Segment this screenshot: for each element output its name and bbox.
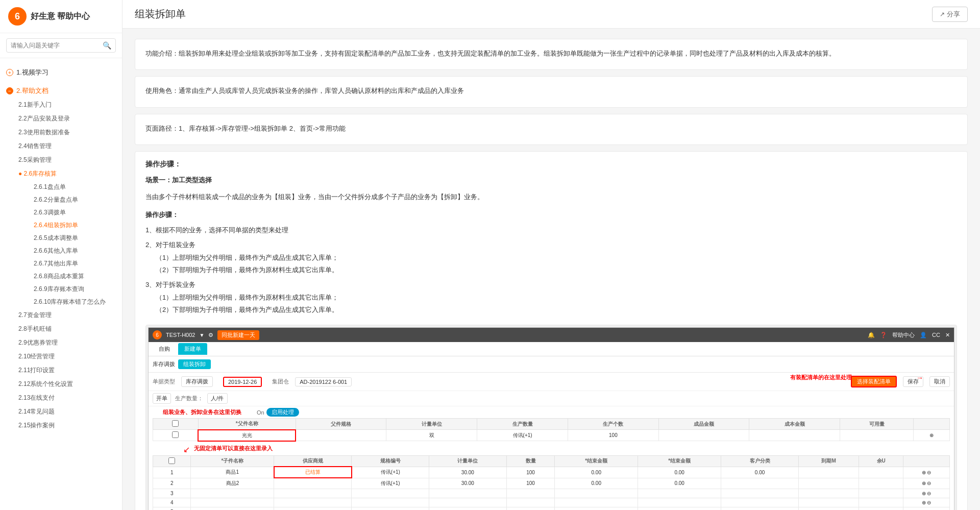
logo-area: 6 好生意 帮助中心 <box>0 0 122 33</box>
sidebar-item-2-12[interactable]: 2.12系统个性化设置 <box>16 377 116 391</box>
ss-cth-specno: 规格编号 <box>352 455 429 467</box>
ss-type-value: 库存调拨 <box>181 376 213 387</box>
nav-section-1: + 1.视频学习 <box>0 62 122 81</box>
sidebar-item-2-6-2[interactable]: 2.6.2分量盘点单 <box>27 193 116 206</box>
ss-no-label: 集团仓 <box>272 378 289 385</box>
ss-th-fcost: 成本金额 <box>749 419 840 430</box>
search-input[interactable] <box>11 42 103 49</box>
ss-row-check[interactable] <box>172 431 179 438</box>
ss-assemble-btn: 组装拆卸 <box>178 359 211 369</box>
ss-th-fprice: 成品金额 <box>658 419 749 430</box>
sidebar-item-2-6-10[interactable]: 2.6.10库存账本错了怎么办 <box>27 296 116 308</box>
search-area: 🔍 <box>0 33 122 58</box>
ss-topbar: 6 TEST-H002 ▼ ⚙ 同批新建一天 🔔 ❓ 帮助中心 👤 <box>149 328 954 342</box>
sidebar-item-video[interactable]: + 1.视频学习 <box>6 65 116 80</box>
ss-th-favail: 可用量 <box>840 419 914 430</box>
ss-topbar-id: TEST-H002 <box>166 332 195 338</box>
sidebar-item-2-6-8[interactable]: 2.6.8商品成本重算 <box>27 270 116 283</box>
nav-section-2: − 2.帮助文档 2.1新手入门 2.2产品安装及登录 2.3使用前数据准备 2… <box>0 81 122 433</box>
ss-tab-1: 自购 <box>153 343 176 355</box>
ss-cth-exp: 到期M <box>798 455 859 467</box>
ss-th-fproqty: 生产数量 <box>477 419 568 430</box>
ss-arrow-right: → <box>916 374 923 382</box>
ss-tabs: 自购 新建单 <box>149 342 954 356</box>
ss-confirm-btn: 开单 <box>153 393 171 404</box>
ops-section: 操作步骤： 场景一：加工类型选择 当由多个子件材料组装成一个成品的业务为【组装】… <box>135 151 968 510</box>
table-row: 1 商品1 已结算 传讯(+1) 30.00 100 0.00 0.00 0.0 <box>153 467 950 478</box>
ss-qty-field: 人/件 <box>207 393 228 404</box>
expand-icon-1: + <box>6 69 13 76</box>
ss-arrow-anno: ↙ 无固定清单可以直接在这里录入 <box>149 444 954 455</box>
sidebar-item-2-1[interactable]: 2.1新手入门 <box>16 98 116 112</box>
sidebar-item-2-6-9[interactable]: 2.6.9库存账本查询 <box>27 283 116 296</box>
search-box[interactable]: 🔍 <box>6 38 116 53</box>
step3b: （2）下部明细为子件明细，最终作为产成品生成其它入库单。 <box>145 304 957 317</box>
ss-c-check-all[interactable] <box>168 457 175 464</box>
sidebar-item-2-2[interactable]: 2.2产品安装及登录 <box>16 112 116 126</box>
screenshot: 6 TEST-H002 ▼ ⚙ 同批新建一天 🔔 ❓ 帮助中心 👤 <box>145 325 957 510</box>
table-row: 3⊕ ⊖ <box>153 489 950 498</box>
search-icon[interactable]: 🔍 <box>103 41 111 50</box>
sidebar-item-2-6-7[interactable]: 2.6.7其他出库单 <box>27 257 116 270</box>
table-row: 5⊕ ⊖ <box>153 507 950 510</box>
sidebar-item-2-8[interactable]: 2.8手机旺铺 <box>16 322 116 336</box>
step2b: （2）下部明细为子件明细，最终作为原材料生成其它出库单。 <box>145 264 957 277</box>
ss-cth-end2: *结束金额 <box>638 455 721 467</box>
role-section: 使用角色：通常由生产人员或库管人员完成拆装业务的操作，库管人员确认原材料的出库和… <box>135 76 968 107</box>
ss-tab-2: 新建单 <box>178 343 207 355</box>
collapse-icon-2: − <box>6 87 13 94</box>
ss-child-table-wrap: *子件名称 供应商规 规格编号 计量单位 数量 *结束金额 *结束金额 客户分类 <box>149 455 954 510</box>
ss-father-table: *父件名称 父件规格 计量单位 生产数量 生产个数 成品金额 成本金额 可用量 <box>153 418 950 442</box>
ss-logo-icon: 6 <box>153 330 162 339</box>
ss-anno-row: 组装业务、拆卸业务在这里切换 On 启用处理 <box>149 406 954 418</box>
ss-td-check <box>153 430 199 441</box>
sidebar-item-2-4[interactable]: 2.4销售管理 <box>16 139 116 153</box>
sidebar-item-2-6-6[interactable]: 2.6.6其他入库单 <box>27 245 116 257</box>
sidebar-item-2-6[interactable]: ● 2.6库存核算 <box>16 167 116 181</box>
sidebar-item-2-7[interactable]: 2.7资金管理 <box>16 308 116 322</box>
sidebar-item-2-13[interactable]: 2.13在线支付 <box>16 391 116 405</box>
sidebar-item-2-11[interactable]: 2.11打印设置 <box>16 363 116 377</box>
ss-cth-sup: 供应商规 <box>274 455 352 467</box>
sidebar-item-2-6-4[interactable]: 2.6.4组装拆卸单 <box>27 219 116 232</box>
ss-settings-icon: ⚙ <box>208 332 213 338</box>
path-text: 页面路径：1、库存核算->库存管理->组装拆卸单 2、首页->常用功能 <box>145 123 957 134</box>
ss-td-fprice <box>658 430 749 441</box>
sidebar-item-2-15[interactable]: 2.15操作案例 <box>16 419 116 432</box>
sidebar-item-2-10[interactable]: 2.10经营管理 <box>16 350 116 363</box>
logo-icon: 6 <box>8 7 27 26</box>
steps-title: 操作步骤： <box>145 209 957 222</box>
step2: 2、对于组装业务 <box>145 239 957 252</box>
sidebar-item-2-5[interactable]: 2.5采购管理 <box>16 153 116 167</box>
ss-cth-op <box>903 455 949 467</box>
logo-text: 好生意 帮助中心 <box>31 11 90 22</box>
ss-td-fspec <box>296 430 386 441</box>
top-bar: 组装拆卸单 ↗ 分享 <box>122 0 980 29</box>
ss-on-toggle: 启用处理 <box>266 408 299 417</box>
intro-section: 功能介绍：组装拆卸单用来处理企业组装或拆卸等加工业务，支持有固定装配清单的产品加… <box>135 39 968 70</box>
ss-check-all[interactable] <box>172 420 179 427</box>
share-icon: ↗ <box>940 11 945 18</box>
table-row: 4⊕ ⊖ <box>153 498 950 507</box>
sidebar-item-2-9[interactable]: 2.9优惠券管理 <box>16 336 116 350</box>
sidebar-item-2-3[interactable]: 2.3使用前数据准备 <box>16 126 116 139</box>
ss-td-fop: ⊕ <box>914 430 950 441</box>
step2a: （1）上部明细为父件明细，最终作为产成品生成其它入库单； <box>145 252 957 264</box>
ss-cth-end1: *结束金额 <box>555 455 638 467</box>
step1: 1、根据不同的业务，选择不同单据的类型来处理 <box>145 224 957 237</box>
sidebar-item-2-6-3[interactable]: 2.6.3调拨单 <box>27 206 116 219</box>
page-title: 组装拆卸单 <box>135 7 186 21</box>
sidebar-item-2-6-1[interactable]: 2.6.1盘点单 <box>27 181 116 193</box>
step3a: （1）上部明细为父件明细，最终作为原材料生成其它出库单； <box>145 292 957 304</box>
ss-notice-anno: 有装配清单的在这里处理 <box>790 374 852 381</box>
ss-anno3-label: 无固定清单可以直接在这里录入 <box>194 445 273 452</box>
nav-children-2: 2.1新手入门 2.2产品安装及登录 2.3使用前数据准备 2.4销售管理 2.… <box>6 98 116 432</box>
sidebar-item-2-6-5[interactable]: 2.6.5成本调整单 <box>27 232 116 245</box>
ss-cth-unit: 计量单位 <box>429 455 506 467</box>
sidebar-item-2-14[interactable]: 2.14常见问题 <box>16 405 116 419</box>
ss-th-fpronum: 生产个数 <box>568 419 658 430</box>
share-button[interactable]: ↗ 分享 <box>932 7 968 22</box>
ss-confirm-label: 生产数量： <box>175 395 203 402</box>
scene-title: 场景一：加工类型选择 <box>145 174 957 187</box>
sidebar-item-docs[interactable]: − 2.帮助文档 <box>6 84 116 98</box>
